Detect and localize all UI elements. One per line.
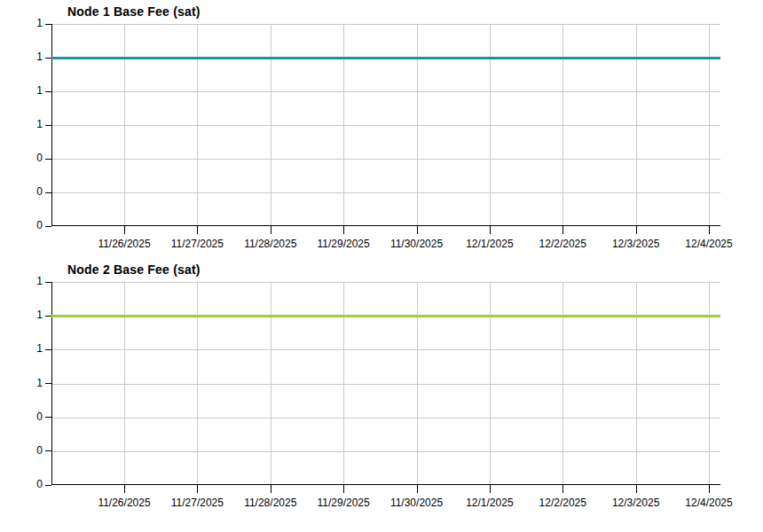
y-tick-label: 1 bbox=[9, 51, 43, 64]
y-tick-mark bbox=[45, 316, 51, 317]
x-tick-label: 12/3/2025 bbox=[599, 238, 673, 251]
x-tick-label: 11/30/2025 bbox=[380, 238, 454, 251]
x-tick-label: 11/27/2025 bbox=[160, 497, 234, 510]
y-tick-mark bbox=[45, 450, 51, 451]
charts-page: Node 1 Base Fee (sat) 11/26/202511/27/20… bbox=[0, 0, 763, 532]
y-tick-label: 1 bbox=[9, 275, 43, 288]
x-tick-mark bbox=[562, 226, 563, 234]
x-tick-label: 11/26/2025 bbox=[87, 238, 161, 251]
series-line bbox=[51, 315, 720, 317]
x-tick-mark bbox=[636, 485, 637, 493]
plot-area-node1: 11/26/202511/27/202511/28/202511/29/2025… bbox=[0, 0, 763, 257]
x-tick-mark bbox=[636, 226, 637, 234]
y-tick-mark bbox=[45, 58, 51, 59]
x-tick-mark bbox=[490, 485, 491, 493]
y-tick-mark bbox=[45, 226, 51, 227]
y-tick-mark bbox=[45, 383, 51, 384]
x-tick-mark bbox=[709, 226, 710, 234]
x-tick-mark bbox=[343, 226, 344, 234]
x-tick-label: 11/29/2025 bbox=[306, 497, 381, 510]
y-tick-mark bbox=[45, 91, 51, 92]
y-tick-label: 1 bbox=[9, 118, 43, 131]
x-tick-mark bbox=[709, 485, 710, 493]
x-tick-label: 12/3/2025 bbox=[599, 497, 673, 510]
y-tick-label: 1 bbox=[9, 309, 43, 322]
y-tick-mark bbox=[45, 192, 51, 193]
y-tick-mark bbox=[45, 417, 51, 418]
x-tick-label: 11/26/2025 bbox=[87, 497, 161, 510]
x-tick-mark bbox=[562, 485, 563, 493]
axis-frame bbox=[51, 282, 720, 485]
node2-base-fee-chart: Node 2 Base Fee (sat) 11/26/202511/27/20… bbox=[0, 257, 763, 532]
x-tick-label: 12/1/2025 bbox=[452, 497, 527, 510]
y-tick-mark bbox=[45, 282, 51, 283]
y-tick-label: 1 bbox=[9, 377, 43, 390]
plot-area-node2: 11/26/202511/27/202511/28/202511/29/2025… bbox=[0, 257, 763, 532]
x-tick-label: 11/28/2025 bbox=[233, 238, 308, 251]
x-tick-mark bbox=[124, 226, 125, 234]
x-tick-label: 12/2/2025 bbox=[525, 497, 600, 510]
y-tick-label: 0 bbox=[9, 219, 43, 232]
x-tick-label: 11/29/2025 bbox=[306, 238, 381, 251]
x-tick-mark bbox=[490, 226, 491, 234]
y-tick-mark bbox=[45, 349, 51, 350]
x-tick-mark bbox=[124, 485, 125, 493]
x-tick-label: 12/4/2025 bbox=[672, 497, 746, 510]
node1-base-fee-chart: Node 1 Base Fee (sat) 11/26/202511/27/20… bbox=[0, 0, 763, 257]
x-tick-label: 11/28/2025 bbox=[233, 497, 308, 510]
x-tick-mark bbox=[417, 226, 418, 234]
x-tick-label: 12/1/2025 bbox=[452, 238, 527, 251]
y-tick-mark bbox=[45, 125, 51, 126]
x-tick-label: 11/27/2025 bbox=[160, 238, 234, 251]
y-tick-mark bbox=[45, 24, 51, 25]
y-tick-label: 0 bbox=[9, 411, 43, 424]
series-line bbox=[51, 57, 720, 59]
x-tick-mark bbox=[417, 485, 418, 493]
y-tick-mark bbox=[45, 485, 51, 486]
y-tick-label: 1 bbox=[9, 342, 43, 356]
x-tick-label: 11/30/2025 bbox=[380, 497, 454, 510]
y-tick-label: 0 bbox=[9, 444, 43, 458]
y-tick-label: 1 bbox=[9, 84, 43, 98]
x-tick-mark bbox=[197, 226, 198, 234]
x-tick-mark bbox=[197, 485, 198, 493]
x-tick-mark bbox=[271, 485, 271, 493]
y-tick-label: 0 bbox=[9, 478, 43, 491]
y-tick-label: 1 bbox=[9, 17, 43, 30]
x-tick-mark bbox=[271, 226, 271, 234]
y-tick-label: 0 bbox=[9, 185, 43, 199]
x-tick-mark bbox=[343, 485, 344, 493]
x-tick-label: 12/2/2025 bbox=[525, 238, 600, 251]
x-tick-label: 12/4/2025 bbox=[672, 238, 746, 251]
y-tick-label: 0 bbox=[9, 152, 43, 165]
axis-frame bbox=[51, 24, 720, 226]
y-tick-mark bbox=[45, 159, 51, 160]
